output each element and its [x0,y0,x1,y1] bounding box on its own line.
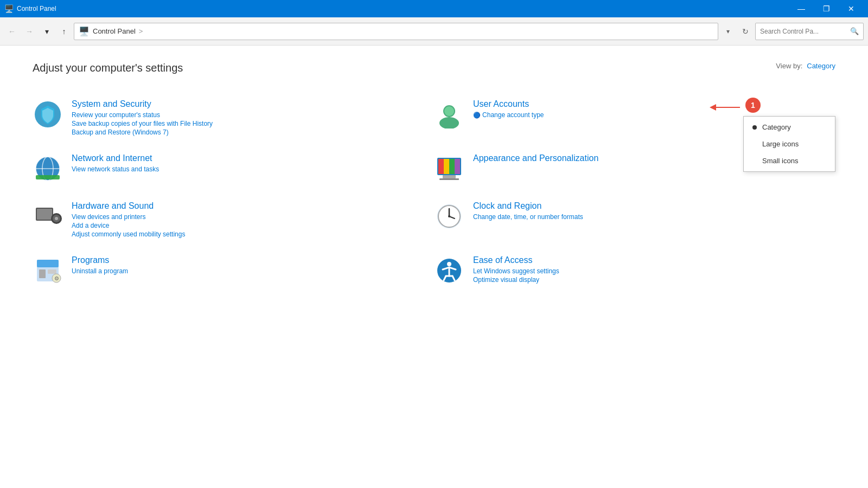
view-by-label: View by: [776,62,802,70]
hardware-links: View devices and printers Add a device A… [72,213,434,238]
svg-rect-30 [48,269,56,274]
svg-point-26 [448,215,450,217]
svg-rect-11 [438,159,444,174]
svg-point-34 [447,262,451,266]
programs-link-1[interactable]: Uninstall a program [72,267,434,275]
svg-rect-18 [37,209,52,220]
svg-point-3 [444,106,454,116]
category-system-security[interactable]: System and Security Review your computer… [33,91,434,145]
dropdown-nav-button[interactable]: ▾ [39,24,54,39]
close-button[interactable]: ✕ [839,0,864,17]
svg-rect-15 [443,175,456,178]
category-bullet [752,125,757,130]
search-box[interactable]: 🔍 [755,23,864,40]
system-security-text: System and Security Review your computer… [72,99,434,136]
svg-rect-29 [39,269,46,278]
clock-icon [434,201,464,232]
address-separator: > [139,27,143,35]
categories-grid: System and Security Review your computer… [33,91,835,294]
dropdown-small-icons-label: Small icons [762,157,798,165]
network-links: View network status and tasks [72,165,434,173]
system-security-link-3[interactable]: Backup and Restore (Windows 7) [72,129,434,136]
app-icon: 🖥️ [4,4,14,13]
back-button[interactable]: ← [4,24,20,39]
system-security-link-1[interactable]: Review your computer's status [72,111,434,119]
view-by-value[interactable]: Category [807,62,835,70]
dropdown-category-label: Category [762,123,791,131]
svg-point-2 [439,117,459,129]
address-box[interactable]: 🖥️ Control Panel > [74,23,718,40]
dropdown-item-small-icons[interactable]: Small icons [744,152,835,169]
svg-rect-12 [444,159,449,174]
clock-title[interactable]: Clock and Region [473,201,835,211]
hardware-link-2[interactable]: Add a device [72,222,434,229]
page-title: Adjust your computer's settings [33,62,835,74]
hardware-title[interactable]: Hardware and Sound [72,201,434,211]
clock-links: Change date, time, or number formats [473,213,835,221]
view-by-bar: View by: Category [776,62,835,70]
svg-rect-16 [439,178,459,180]
forward-button[interactable]: → [22,24,37,39]
main-content: Adjust your computer's settings View by:… [0,46,868,311]
network-link-1[interactable]: View network status and tasks [72,165,434,173]
category-network[interactable]: Network and Internet View network status… [33,145,434,192]
dropdown-item-large-icons[interactable]: Large icons [744,136,835,152]
svg-rect-14 [455,159,460,174]
svg-text:⚙: ⚙ [54,275,59,281]
up-button[interactable]: ↑ [56,24,72,39]
network-title[interactable]: Network and Internet [72,153,434,163]
hardware-text: Hardware and Sound View devices and prin… [72,201,434,238]
programs-text: Programs Uninstall a program [72,255,434,275]
search-input[interactable] [760,28,848,35]
category-hardware[interactable]: Hardware and Sound View devices and prin… [33,192,434,247]
ease-title[interactable]: Ease of Access [473,255,835,265]
svg-rect-28 [37,260,59,267]
view-by-dropdown: Category Large icons Small icons [743,116,835,172]
address-icon: 🖥️ [79,26,90,36]
user-accounts-title[interactable]: User Accounts [473,99,835,109]
ease-text: Ease of Access Let Windows suggest setti… [473,255,835,284]
hardware-link-3[interactable]: Adjust commonly used mobility settings [72,230,434,238]
svg-point-21 [55,217,58,220]
system-security-title[interactable]: System and Security [72,99,434,109]
dropdown-large-icons-label: Large icons [762,140,799,148]
svg-rect-8 [36,175,60,179]
title-bar-left: 🖥️ Control Panel [4,4,56,13]
clock-text: Clock and Region Change date, time, or n… [473,201,835,221]
hardware-link-1[interactable]: View devices and printers [72,213,434,221]
user-accounts-icon [434,99,464,130]
hardware-icon [33,201,63,232]
svg-rect-13 [449,159,455,174]
ease-link-1[interactable]: Let Windows suggest settings [473,267,835,275]
refresh-button[interactable]: ↻ [738,24,753,39]
search-icon: 🔍 [850,27,859,35]
appearance-icon [434,153,464,184]
system-security-icon [33,99,63,130]
address-path: Control Panel [93,27,136,35]
programs-links: Uninstall a program [72,267,434,275]
programs-title[interactable]: Programs [72,255,434,265]
title-bar-controls: — ❐ ✕ [789,0,864,17]
window-title: Control Panel [17,5,56,12]
system-security-links: Review your computer's status Save backu… [72,111,434,136]
maximize-button[interactable]: ❐ [814,0,839,17]
system-security-link-2[interactable]: Save backup copies of your files with Fi… [72,120,434,127]
programs-icon: ⚙ [33,255,63,286]
ease-links: Let Windows suggest settings Optimize vi… [473,267,835,284]
address-dropdown-button[interactable]: ▾ [720,24,736,39]
clock-link-1[interactable]: Change date, time, or number formats [473,213,835,221]
ease-link-2[interactable]: Optimize visual display [473,276,835,284]
title-bar: 🖥️ Control Panel — ❐ ✕ [0,0,868,17]
dropdown-item-category[interactable]: Category [744,119,835,136]
network-text: Network and Internet View network status… [72,153,434,173]
minimize-button[interactable]: — [789,0,814,17]
network-icon [33,153,63,184]
category-clock[interactable]: Clock and Region Change date, time, or n… [434,192,835,247]
ease-icon [434,255,464,286]
category-ease[interactable]: Ease of Access Let Windows suggest setti… [434,247,835,294]
address-bar: ← → ▾ ↑ 🖥️ Control Panel > ▾ ↻ 🔍 [0,17,868,46]
category-programs[interactable]: ⚙ Programs Uninstall a program [33,247,434,294]
